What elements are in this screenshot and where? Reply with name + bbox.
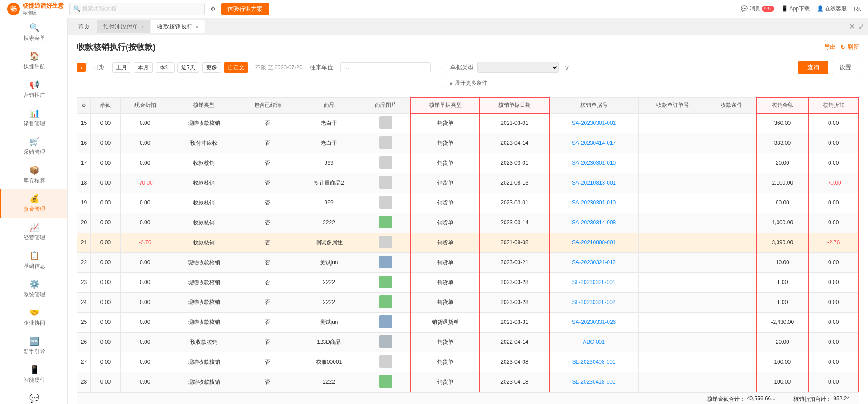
footer-discount-value: 952.24 xyxy=(833,395,850,403)
query-button[interactable]: 查询 xyxy=(798,61,828,74)
date-btn-this-year[interactable]: 本年 xyxy=(156,62,175,73)
messages-badge: 99+ xyxy=(762,6,774,12)
td-doc-no[interactable]: SA-20230314-008 xyxy=(549,213,639,233)
expand-button[interactable]: ∨ 展开更多条件 xyxy=(445,78,491,88)
sidebar-item-system[interactable]: ⚙️ 系统管理 xyxy=(0,275,67,303)
sidebar-item-guide[interactable]: 🆕 新手引导 xyxy=(0,332,67,360)
table-row: 260.000.00预收款核销否123D商品销货单2022-04-14ABC-0… xyxy=(77,332,859,352)
td-doc-type: 销货单 xyxy=(410,372,480,392)
td-include: 否 xyxy=(238,292,297,312)
td-doc-no[interactable]: SA-20230414-017 xyxy=(549,133,639,153)
sidebar-item-marketing[interactable]: 📢 营销推广 xyxy=(0,75,67,104)
td-no: 17 xyxy=(77,153,91,173)
th-settings[interactable]: ⚙ xyxy=(77,97,91,113)
td-amount: 2,100.00 xyxy=(756,173,808,193)
tab-collection[interactable]: 收款核销执行 × xyxy=(151,20,204,33)
doc-no-link[interactable]: SA-20230301-001 xyxy=(572,120,616,126)
td-no: 23 xyxy=(77,272,91,292)
date-btn-this-month[interactable]: 本月 xyxy=(134,62,153,73)
export-button[interactable]: ↑ 导出 xyxy=(820,43,836,51)
doc-no-link[interactable]: SA-20230314-008 xyxy=(572,219,616,226)
td-doc-no[interactable]: SA-20210808-001 xyxy=(549,233,639,252)
table-row: 250.000.00现结收款核销否测试jun销货退货单2023-03-31SA-… xyxy=(77,312,859,332)
refresh-button[interactable]: ↻ 刷新 xyxy=(840,43,859,51)
filter-row-1: › 日期 上月 本月 本年 近7天 更多 自定义 不限 至 2023-07-26… xyxy=(77,61,859,74)
sidebar-item-business[interactable]: 📈 经营管理 xyxy=(0,218,67,246)
td-doc-date: 2022-04-14 xyxy=(480,332,549,352)
sidebar-item-inventory[interactable]: 📦 库存核算 xyxy=(0,161,67,189)
messages-link[interactable]: 💬 消息 99+ xyxy=(741,5,774,13)
td-order-no xyxy=(638,292,707,312)
doc-no-link[interactable]: SA-20210813-001 xyxy=(572,180,616,186)
doc-no-link[interactable]: SL-20230408-001 xyxy=(572,359,616,365)
td-doc-no[interactable]: SA-20230301-010 xyxy=(549,193,639,213)
td-product: 测试jun xyxy=(297,252,361,272)
sidebar-item-enterprise[interactable]: 🤝 企业协同 xyxy=(0,303,67,332)
toggle-icon[interactable]: › xyxy=(77,63,86,72)
online-service-link[interactable]: 👤 在线客服 xyxy=(817,5,847,13)
td-doc-no[interactable]: SL-20230328-001 xyxy=(549,272,639,292)
app-download-link[interactable]: 📱 App下载 xyxy=(781,5,810,13)
doc-no-link[interactable]: SL-20230328-002 xyxy=(572,299,616,305)
date-btn-7days[interactable]: 近7天 xyxy=(177,62,199,73)
td-doc-no[interactable]: SA-20230301-001 xyxy=(549,113,639,133)
td-doc-no[interactable]: ABC-001 xyxy=(549,332,639,352)
td-doc-no[interactable]: SL-20230328-002 xyxy=(549,292,639,312)
doc-no-link[interactable]: SA-20230321-012 xyxy=(572,259,616,266)
td-doc-no[interactable]: SA-20230331-026 xyxy=(549,312,639,332)
td-condition xyxy=(707,193,757,213)
sidebar-item-hardware[interactable]: 📱 智能硬件 xyxy=(0,360,67,389)
system-icon: ⚙️ xyxy=(29,279,39,289)
tab-prepay[interactable]: 预付冲应付单 × xyxy=(97,20,150,33)
td-include: 否 xyxy=(238,133,297,153)
tab-prepay-close[interactable]: × xyxy=(141,24,144,29)
tab-close-all-icon[interactable]: ✕ xyxy=(849,22,855,31)
td-doc-no[interactable]: SA-20210813-001 xyxy=(549,173,639,193)
date-btn-more[interactable]: 更多 xyxy=(202,62,221,73)
td-type: 现结收款核销 xyxy=(170,292,238,312)
sidebar-item-finance[interactable]: 💰 资金管理 xyxy=(0,189,67,218)
date-btn-last-month[interactable]: 上月 xyxy=(112,62,131,73)
doc-no-link[interactable]: ABC-001 xyxy=(583,339,605,345)
tab-collection-close[interactable]: × xyxy=(195,24,198,29)
expand-row: ∨ 展开更多条件 xyxy=(77,78,859,88)
doc-no-link[interactable]: SA-20230414-017 xyxy=(572,140,616,146)
td-doc-no[interactable]: SA-20230321-012 xyxy=(549,252,639,272)
filter-toggle[interactable]: › xyxy=(77,63,86,72)
td-type: 预付冲应收 xyxy=(170,133,238,153)
doc-no-link[interactable]: SA-20230301-010 xyxy=(572,160,616,166)
sidebar-item-sales[interactable]: 📊 销售管理 xyxy=(0,104,67,132)
tab-home[interactable]: 首页 xyxy=(71,20,96,33)
from-unit-input[interactable] xyxy=(340,62,431,72)
td-order-no xyxy=(638,252,707,272)
settings-icon[interactable]: ⚙ xyxy=(210,5,216,12)
filter-settings-button[interactable]: 设置 xyxy=(832,61,859,74)
doc-no-link[interactable]: SL-20230328-001 xyxy=(572,279,616,285)
table-row: 210.00-2.76收款核销否测试多属性销货单2021-08-08SA-202… xyxy=(77,233,859,252)
doc-no-link[interactable]: SA-20210808-001 xyxy=(572,239,616,246)
td-doc-date: 2023-04-18 xyxy=(480,372,549,392)
td-product-img xyxy=(361,213,411,233)
single-type-select[interactable] xyxy=(477,62,559,73)
sidebar-item-baseinfo[interactable]: 📋 基础信息 xyxy=(0,246,67,275)
td-amount: 60.00 xyxy=(756,193,808,213)
td-product-img xyxy=(361,372,411,392)
td-include: 否 xyxy=(238,332,297,352)
sidebar-item-wechat[interactable]: 💬 企业微信 xyxy=(0,389,67,404)
td-doc-no[interactable]: SL-20230418-001 xyxy=(549,372,639,392)
th-order-no: 收款单订单号 xyxy=(638,97,707,113)
td-doc-date: 2023-03-01 xyxy=(480,193,549,213)
tab-expand-icon[interactable]: ⤢ xyxy=(859,22,864,31)
global-search[interactable]: 🔍 搜索功能/文档 xyxy=(69,3,205,15)
td-discount: 0.00 xyxy=(808,153,859,173)
td-doc-no[interactable]: SA-20230301-010 xyxy=(549,153,639,173)
sidebar-item-quicknav[interactable]: 🏠 快捷导航 xyxy=(0,47,67,75)
solution-button[interactable]: 体验行业方案 xyxy=(221,3,269,15)
doc-no-link[interactable]: SA-20230331-026 xyxy=(572,319,616,325)
sidebar-item-search[interactable]: 🔍 搜索菜单 xyxy=(0,18,67,47)
doc-no-link[interactable]: SL-20230418-001 xyxy=(572,379,616,385)
doc-no-link[interactable]: SA-20230301-010 xyxy=(572,200,616,206)
date-btn-custom[interactable]: 自定义 xyxy=(224,62,248,73)
sidebar-item-purchase[interactable]: 🛒 采购管理 xyxy=(0,132,67,161)
td-doc-no[interactable]: SL-20230408-001 xyxy=(549,352,639,372)
